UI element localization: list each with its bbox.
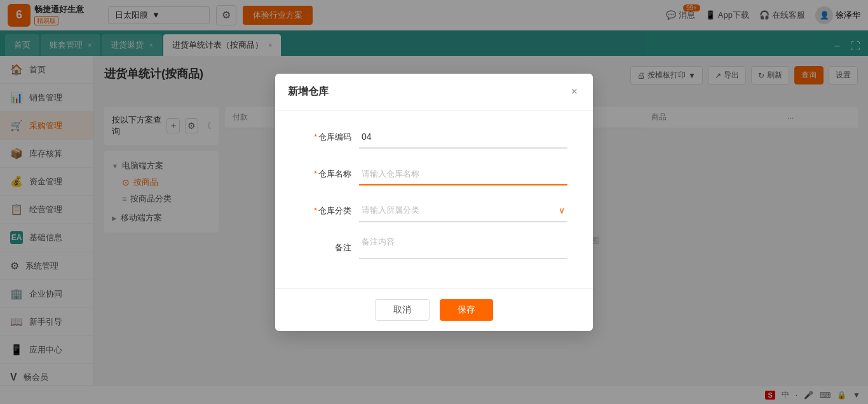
modal-close-button[interactable]: × [568,84,580,100]
form-row-name: *仓库名称 [301,163,567,185]
modal-header: 新增仓库 × [275,74,593,111]
code-label: *仓库编码 [301,131,351,143]
name-input[interactable] [359,163,567,185]
note-input[interactable] [359,236,567,259]
modal-overlay: 新增仓库 × *仓库编码 *仓库名称 *仓库分类 [0,0,868,404]
form-row-code: *仓库编码 [301,126,567,149]
add-warehouse-modal: 新增仓库 × *仓库编码 *仓库名称 *仓库分类 [275,74,593,331]
modal-title: 新增仓库 [288,85,329,98]
note-label: 备注 [301,242,351,253]
category-label: *仓库分类 [301,205,351,217]
form-row-category: *仓库分类 请输入所属分类 ∨ [301,199,567,222]
category-dropdown-icon: ∨ [559,205,565,215]
cancel-button[interactable]: 取消 [375,299,430,321]
category-select[interactable]: 请输入所属分类 ∨ [359,199,567,222]
name-label: *仓库名称 [301,168,351,180]
save-button[interactable]: 保存 [440,299,493,321]
code-input[interactable] [359,126,567,149]
modal-body: *仓库编码 *仓库名称 *仓库分类 请输入所属分类 ∨ [275,111,593,288]
modal-footer: 取消 保存 [275,288,593,331]
form-row-note: 备注 [301,236,567,259]
